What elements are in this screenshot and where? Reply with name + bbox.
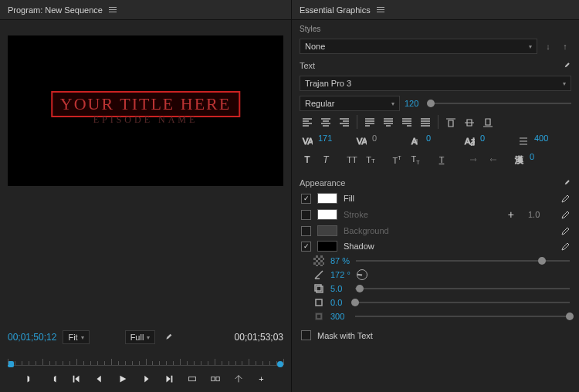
current-timecode[interactable]: 00;01;50;12 (8, 332, 56, 343)
shadow-size-value[interactable]: 0.0 (330, 298, 349, 307)
shadow-angle-value[interactable]: 172 ° (330, 270, 350, 279)
svg-rect-9 (317, 286, 323, 292)
font-size-slider[interactable] (428, 98, 571, 109)
program-panel-header: Program: New Sequence (0, 0, 291, 20)
appearance-wrench-icon[interactable] (562, 178, 571, 188)
button-editor-icon[interactable]: + (255, 372, 269, 386)
styles-section-label: Styles (292, 20, 579, 36)
background-checkbox[interactable] (301, 226, 311, 236)
svg-rect-1 (211, 377, 214, 380)
text-wrench-icon[interactable] (562, 61, 571, 70)
justify-last-center-icon[interactable] (381, 115, 396, 130)
zoom-select[interactable]: Fit▾ (63, 330, 89, 344)
program-panel-menu-icon[interactable] (109, 7, 117, 12)
align-right-icon[interactable] (337, 115, 352, 130)
shadow-angle-dial[interactable] (357, 269, 367, 280)
mask-with-text-checkbox[interactable] (301, 330, 311, 340)
align-center-v-icon[interactable] (462, 115, 477, 130)
shadow-distance-value[interactable]: 5.0 (330, 284, 349, 293)
ruler-end-handle[interactable] (277, 361, 283, 367)
add-stroke-icon[interactable]: + (508, 208, 514, 221)
background-eyedropper-icon[interactable] (559, 225, 570, 236)
text-section-label: Text (300, 61, 315, 70)
stroke-width-value[interactable]: 1.0 (528, 210, 547, 219)
play-button[interactable] (116, 372, 130, 386)
step-forward-button[interactable] (139, 372, 153, 386)
program-monitor[interactable]: YOUR TITLE HERE EPISODE NAME (8, 35, 283, 186)
duration-timecode[interactable]: 00;01;53;03 (235, 332, 283, 343)
transport-controls: + (0, 366, 291, 392)
fill-eyedropper-icon[interactable] (559, 193, 570, 204)
shadow-blur-icon (313, 311, 324, 322)
extract-button[interactable] (208, 372, 222, 386)
tracking-value[interactable]: 171 (318, 133, 337, 149)
push-style-down-icon[interactable]: ↓ (542, 40, 554, 52)
title-main-text[interactable]: YOUR TITLE HERE (60, 94, 231, 114)
font-size-value[interactable]: 120 (405, 99, 423, 108)
go-to-in-button[interactable] (69, 372, 83, 386)
shadow-opacity-slider[interactable] (356, 255, 570, 266)
ruler-start-handle[interactable] (8, 361, 14, 367)
go-to-out-button[interactable] (162, 372, 176, 386)
rtl-icon[interactable] (485, 152, 500, 167)
leading-value[interactable]: 400 (534, 133, 553, 149)
stroke-eyedropper-icon[interactable] (559, 209, 570, 220)
shadow-checkbox[interactable] (301, 242, 311, 252)
style-select[interactable]: None▾ (300, 39, 537, 54)
underline-icon[interactable]: T (434, 152, 449, 167)
small-caps-icon[interactable]: TT (363, 152, 378, 167)
baseline-shift-icon: A (408, 133, 423, 149)
resolution-select[interactable]: Full▾ (125, 330, 156, 344)
subscript-icon[interactable]: TT (408, 152, 423, 167)
svg-rect-11 (317, 314, 321, 319)
settings-wrench-icon[interactable] (161, 330, 175, 344)
superscript-icon[interactable]: TT (389, 152, 405, 167)
faux-bold-icon[interactable]: T (300, 152, 315, 167)
tategaki-icon[interactable]: 漢 (511, 152, 527, 167)
stroke-label: Stroke (344, 210, 368, 219)
title-selection-box[interactable]: YOUR TITLE HERE (51, 91, 240, 117)
stroke-color-swatch[interactable] (317, 209, 337, 220)
shadow-color-swatch[interactable] (317, 241, 337, 252)
svg-text:VA: VA (357, 137, 367, 146)
align-center-h-icon[interactable] (318, 115, 334, 130)
mark-in-button[interactable] (23, 372, 37, 386)
fill-color-swatch[interactable] (317, 193, 337, 204)
step-back-button[interactable] (93, 372, 107, 386)
align-bottom-icon[interactable] (480, 115, 496, 130)
shadow-size-slider[interactable] (355, 297, 570, 308)
justify-last-right-icon[interactable] (399, 115, 415, 130)
font-family-select[interactable]: Trajan Pro 3▾ (300, 76, 571, 91)
svg-rect-0 (188, 377, 195, 380)
faux-italic-icon[interactable]: T (318, 152, 334, 167)
font-weight-select[interactable]: Regular▾ (300, 96, 400, 111)
tategaki-value[interactable]: 0 (530, 152, 539, 167)
shadow-opacity-value[interactable]: 87 % (330, 256, 350, 265)
tsume-value[interactable]: 0 (480, 133, 499, 149)
stroke-checkbox[interactable] (301, 210, 311, 220)
lift-button[interactable] (185, 372, 199, 386)
fill-checkbox[interactable] (301, 194, 311, 204)
shadow-eyedropper-icon[interactable] (559, 241, 570, 252)
justify-last-left-icon[interactable] (362, 115, 378, 130)
ltr-icon[interactable] (466, 152, 482, 167)
mark-out-button[interactable] (46, 372, 60, 386)
justify-all-icon[interactable] (418, 115, 433, 130)
svg-text:Aあ: Aあ (465, 137, 475, 146)
all-caps-icon[interactable]: TT (344, 152, 360, 167)
export-frame-button[interactable] (232, 372, 245, 386)
svg-rect-10 (316, 299, 322, 306)
align-top-icon[interactable] (443, 115, 459, 130)
kerning-value[interactable]: 0 (372, 133, 391, 149)
eg-panel-menu-icon[interactable] (377, 7, 384, 12)
align-left-icon[interactable] (300, 115, 315, 130)
push-style-up-icon[interactable]: ↑ (559, 40, 571, 52)
shadow-blur-slider[interactable] (355, 311, 570, 322)
svg-rect-8 (315, 285, 321, 291)
eg-panel-header: Essential Graphics (292, 0, 579, 20)
shadow-blur-value[interactable]: 300 (330, 312, 349, 321)
baseline-value[interactable]: 0 (426, 133, 445, 149)
shadow-distance-slider[interactable] (355, 283, 570, 294)
program-time-ruler[interactable] (8, 349, 283, 366)
background-color-swatch[interactable] (317, 225, 337, 236)
